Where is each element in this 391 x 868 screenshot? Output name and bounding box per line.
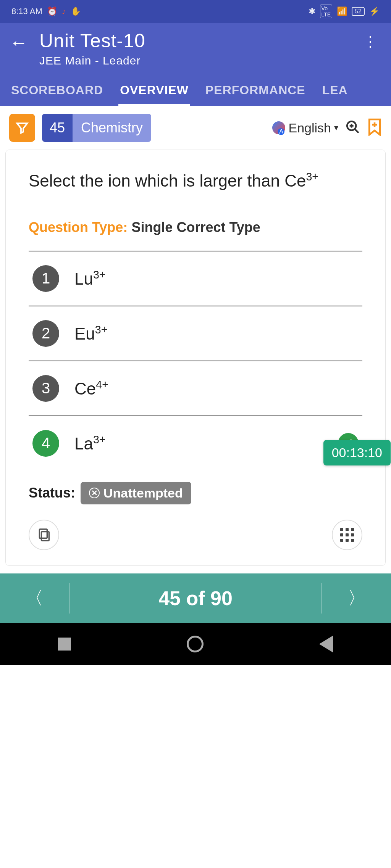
- grid-icon: [340, 528, 354, 542]
- option-2[interactable]: 2 Eu3+: [29, 306, 362, 361]
- bluetooth-icon: ✱: [309, 6, 315, 16]
- back-system-button[interactable]: [319, 636, 333, 652]
- triangle-icon: [319, 636, 333, 652]
- question-number: 45: [42, 114, 73, 142]
- unattempted-icon: ✕: [89, 488, 100, 498]
- recent-apps-button[interactable]: [58, 638, 71, 651]
- option-text: Eu3+: [74, 324, 107, 343]
- tab-performance[interactable]: PERFORMANCE: [204, 79, 307, 106]
- battery-icon: 52: [352, 7, 365, 16]
- question-type-label: Question Type:: [29, 219, 128, 235]
- copy-icon: [36, 527, 52, 543]
- page-subtitle: JEE Main - Leader: [39, 54, 348, 67]
- subject-chip[interactable]: 45 Chemistry: [42, 114, 151, 142]
- option-number: 1: [32, 265, 59, 292]
- question-type-row: Question Type: Single Correct Type: [29, 219, 362, 243]
- alarm-icon: ⏰: [47, 6, 57, 16]
- option-text: Ce4+: [74, 378, 108, 398]
- option-1[interactable]: 1 Lu3+: [29, 251, 362, 306]
- circle-icon: [187, 636, 204, 652]
- status-label: Status:: [29, 485, 75, 501]
- svg-line-1: [355, 129, 359, 133]
- more-options-button[interactable]: ⋮: [359, 30, 381, 54]
- music-icon: ♪: [62, 6, 66, 16]
- filter-button[interactable]: [9, 114, 35, 142]
- bookmark-button[interactable]: [367, 118, 382, 137]
- app-header: ← Unit Test-10 JEE Main - Leader ⋮ SCORE…: [0, 23, 391, 106]
- tab-scoreboard[interactable]: SCOREBOARD: [10, 79, 105, 106]
- page-title: Unit Test-10: [39, 30, 348, 52]
- system-navigation: [0, 623, 391, 665]
- language-selector[interactable]: English ▾: [272, 121, 338, 135]
- page-position: 45 of 90: [69, 587, 322, 610]
- volte-icon: VoLTE: [320, 5, 333, 18]
- option-4[interactable]: 4 La3+ ✓: [29, 415, 362, 470]
- option-text: Lu3+: [74, 269, 106, 288]
- prev-question-button[interactable]: 〈: [0, 586, 69, 610]
- option-number: 4: [32, 430, 59, 457]
- svg-rect-7: [41, 531, 49, 540]
- next-question-button[interactable]: 〉: [322, 586, 391, 610]
- language-label: English: [288, 121, 331, 135]
- question-toolbar: 45 Chemistry English ▾: [0, 106, 391, 150]
- timer-badge: 00:13:10: [323, 440, 391, 465]
- question-type-value: Single Correct Type: [131, 219, 260, 235]
- option-number: 3: [32, 375, 59, 402]
- charging-icon: ⚡: [369, 6, 380, 16]
- clock-text: 8:13 AM: [11, 6, 42, 16]
- option-text: La3+: [74, 433, 106, 453]
- status-bar: 8:13 AM ⏰ ♪ ✋ ✱ VoLTE 📶 52 ⚡: [0, 0, 391, 23]
- option-3[interactable]: 3 Ce4+: [29, 361, 362, 415]
- bookmark-icon: [367, 118, 382, 136]
- home-button[interactable]: [187, 636, 204, 652]
- grid-menu-button[interactable]: [332, 520, 362, 550]
- tab-overview[interactable]: OVERVIEW: [118, 79, 190, 106]
- status-badge: ✕ Unattempted: [81, 482, 191, 504]
- tab-leaderboard[interactable]: LEA: [321, 79, 349, 106]
- tab-bar: SCOREBOARD OVERVIEW PERFORMANCE LEA: [10, 79, 381, 106]
- subject-label: Chemistry: [73, 114, 151, 142]
- pagination-bar: 〈 45 of 90 〉: [0, 573, 391, 623]
- question-card: Select the ion which is larger than Ce3+…: [5, 150, 386, 566]
- option-number: 2: [32, 320, 59, 347]
- signal-icon: 📶: [337, 6, 347, 16]
- square-icon: [58, 638, 71, 651]
- copy-button[interactable]: [29, 520, 59, 550]
- funnel-icon: [15, 121, 29, 135]
- chevron-down-icon: ▾: [334, 123, 338, 133]
- back-button[interactable]: ←: [10, 32, 28, 53]
- status-row: Status: ✕ Unattempted: [29, 482, 362, 504]
- hand-icon: ✋: [71, 6, 81, 16]
- question-text: Select the ion which is larger than Ce3+: [29, 169, 362, 193]
- zoom-in-button[interactable]: [345, 119, 360, 136]
- svg-rect-6: [39, 529, 47, 538]
- translate-icon: [272, 121, 285, 134]
- magnifier-plus-icon: [345, 119, 360, 135]
